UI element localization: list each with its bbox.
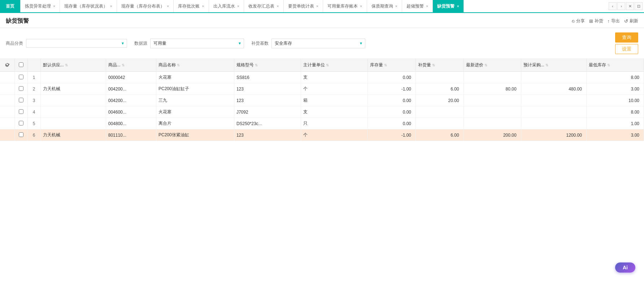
tab-close-inout-flow[interactable]: ×: [237, 4, 239, 8]
export-button[interactable]: ↑ 导出: [608, 18, 620, 24]
tab-shortage[interactable]: 缺货预警 ×: [433, 0, 464, 12]
filter-actions: 查询 设置: [615, 32, 638, 54]
tab-expiry-query[interactable]: 保质期查询 ×: [367, 0, 402, 12]
tab-prev-button[interactable]: ‹: [609, 2, 617, 10]
category-filter-group: 商品分类 ▾: [6, 39, 127, 48]
tab-inventory-status[interactable]: 现存量（库存状况表） ×: [60, 0, 117, 12]
refresh-button[interactable]: ↺ 刷新: [624, 18, 638, 24]
table-container: 默认供应... ⇅ 商品... ⇅ 商品名称 ⇅: [0, 59, 644, 141]
td-unit: 支: [301, 72, 368, 83]
query-button[interactable]: 查询: [615, 32, 638, 43]
tab-close-req-stat[interactable]: ×: [316, 4, 318, 8]
th-replenish-label: 补货量: [418, 62, 431, 68]
th-latest-price-sort-icon[interactable]: ⇅: [484, 63, 487, 67]
row-checkbox[interactable]: [19, 132, 23, 137]
tab-inout-flow[interactable]: 出入库流水 ×: [209, 0, 244, 12]
th-spec-sort-icon[interactable]: ⇅: [255, 63, 258, 67]
td-supplier: 力天机械: [40, 129, 106, 141]
replenish-button[interactable]: ⊞ 补货: [589, 18, 603, 24]
tab-overstock[interactable]: 超储预警 ×: [402, 0, 433, 12]
th-replenish: 补货量 ⇅: [416, 59, 464, 72]
td-min-stock: 8.00: [586, 72, 644, 83]
th-product-code: 商品... ⇅: [106, 59, 156, 72]
tab-close-inventory-status[interactable]: ×: [110, 4, 112, 8]
tab-label-req-stat: 要货单统计表: [288, 3, 314, 9]
th-min-stock-sort-icon[interactable]: ⇅: [607, 63, 610, 67]
td-settings: [0, 106, 14, 118]
th-product-code-sort-icon[interactable]: ⇅: [122, 63, 125, 67]
td-spec: J7092: [234, 106, 301, 118]
ai-assistant-button[interactable]: Ai: [615, 262, 635, 273]
td-checkbox: [14, 95, 27, 106]
th-product-name-sort-icon[interactable]: ⇅: [177, 63, 180, 67]
th-est-purchase-sort-icon[interactable]: ⇅: [545, 63, 548, 67]
td-supplier: 力天机械: [40, 83, 106, 95]
tab-label-inventory-dist: 现存量（库存分布表）: [121, 3, 165, 9]
tab-inventory-dist[interactable]: 现存量（库存分布表） ×: [117, 0, 174, 12]
tab-close-overstock[interactable]: ×: [426, 4, 428, 8]
tab-abnormal[interactable]: 拣货异常处理 ×: [21, 0, 60, 12]
row-checkbox[interactable]: [19, 75, 23, 79]
tab-home[interactable]: 首页: [0, 0, 21, 12]
tab-label-expiry-query: 保质期查询: [371, 3, 393, 9]
td-min-stock: 10.00: [586, 95, 644, 106]
tab-batch-account[interactable]: 库存批次账 ×: [174, 0, 209, 12]
th-latest-price-label: 最新进价: [466, 62, 483, 68]
datasource-filter-group: 数据源 可用量 ▾: [134, 39, 244, 48]
tab-close-abnormal[interactable]: ×: [53, 4, 55, 8]
td-latest-price: 200.00: [464, 129, 521, 141]
tab-close-shortage[interactable]: ×: [457, 4, 459, 8]
tab-restore-button[interactable]: ⊡: [635, 2, 643, 10]
td-product-name: 三九: [156, 95, 234, 106]
td-row-num: 1: [27, 72, 40, 83]
th-unit-sort-icon[interactable]: ⇅: [326, 63, 329, 67]
td-latest-price: [464, 95, 521, 106]
settings-icon[interactable]: [4, 62, 10, 67]
category-select[interactable]: ▾: [26, 39, 127, 48]
refresh-icon: ↺: [624, 18, 628, 24]
share-button[interactable]: ⎋ 分享: [572, 18, 585, 24]
tab-collect-summary[interactable]: 收发存汇总表 ×: [244, 0, 283, 12]
td-latest-price: [464, 106, 521, 118]
td-stock: 0.00: [368, 118, 416, 129]
th-product-code-label: 商品...: [108, 62, 121, 68]
tab-close-collect-summary[interactable]: ×: [277, 4, 279, 8]
th-replenish-sort-icon[interactable]: ⇅: [432, 63, 435, 67]
td-est-purchase: [521, 72, 586, 83]
td-spec: 123: [234, 95, 301, 106]
tab-close-all-button[interactable]: ✕: [626, 2, 634, 10]
select-all-checkbox[interactable]: [19, 62, 23, 67]
settings-button[interactable]: 设置: [615, 44, 638, 54]
td-latest-price: [464, 118, 521, 129]
tab-label-shortage: 缺货预警: [437, 3, 454, 9]
table-row: 2力天机械004200...PC200油缸缸子123个-1.006.0080.0…: [0, 83, 644, 95]
td-replenish: [416, 72, 464, 83]
th-stock-sort-icon[interactable]: ⇅: [384, 63, 387, 67]
datasource-select[interactable]: 可用量 ▾: [150, 39, 244, 48]
datasource-filter-label: 数据源: [134, 40, 147, 47]
th-supplier: 默认供应... ⇅: [40, 59, 106, 72]
tab-avail-ledger[interactable]: 可用量库存账本 ×: [323, 0, 367, 12]
td-supplier: [40, 106, 106, 118]
td-checkbox: [14, 129, 27, 141]
th-product-name: 商品名称 ⇅: [156, 59, 234, 72]
row-checkbox[interactable]: [19, 86, 23, 91]
th-latest-price: 最新进价 ⇅: [464, 59, 521, 72]
table-row: 6力天机械801110...PC200张紧油缸123个-1.006.00200.…: [0, 129, 644, 141]
row-checkbox[interactable]: [19, 121, 23, 125]
tab-close-inventory-dist[interactable]: ×: [167, 4, 169, 8]
tab-bar: 首页 拣货异常处理 ×现存量（库存状况表） ×现存量（库存分布表） ×库存批次账…: [0, 0, 644, 13]
tab-next-button[interactable]: ›: [617, 2, 625, 10]
row-checkbox[interactable]: [19, 98, 23, 102]
td-product-code: 004800...: [106, 118, 156, 129]
tab-close-avail-ledger[interactable]: ×: [360, 4, 362, 8]
replenish-icon: ⊞: [589, 18, 593, 24]
tab-label-avail-ledger: 可用量库存账本: [327, 3, 358, 9]
page-header: 缺货预警 ⎋ 分享 ⊞ 补货 ↑ 导出 ↺ 刷新: [0, 13, 644, 28]
tab-close-expiry-query[interactable]: ×: [395, 4, 397, 8]
replenish-basis-select[interactable]: 安全库存 ▾: [271, 39, 365, 48]
tab-req-stat[interactable]: 要货单统计表 ×: [284, 0, 323, 12]
row-checkbox[interactable]: [19, 109, 23, 114]
tab-close-batch-account[interactable]: ×: [202, 4, 204, 8]
th-supplier-sort-icon[interactable]: ⇅: [65, 63, 68, 67]
